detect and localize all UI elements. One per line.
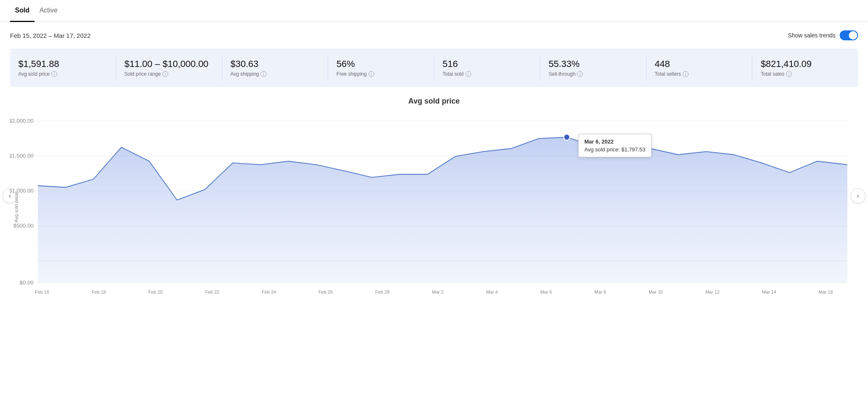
stat-item: $821,410.09 Total sales i	[752, 55, 858, 80]
stat-value: 448	[655, 59, 744, 69]
tab-active[interactable]: Active	[35, 0, 63, 22]
sales-trends-toggle-area: Show sales trends	[788, 30, 858, 40]
stat-label: Total sellers i	[655, 71, 744, 77]
stats-bar: $1,591.88 Avg sold price i $11.00 – $10,…	[10, 49, 858, 87]
x-axis-label: Mar 2	[432, 289, 444, 294]
svg-text:$500.00: $500.00	[13, 223, 33, 229]
stat-item: 448 Total sellers i	[647, 55, 753, 80]
tooltip-dot	[564, 134, 570, 141]
svg-text:$1,500.00: $1,500.00	[10, 153, 34, 159]
svg-text:$0.00: $0.00	[20, 279, 33, 286]
stat-label: Avg shipping i	[231, 71, 320, 77]
svg-text:$1,000.00: $1,000.00	[10, 188, 34, 194]
x-axis-label: Mar 6	[540, 289, 552, 294]
stat-item: 55.33% Sell-through i	[540, 55, 647, 80]
x-axis-label: Mar 8	[594, 289, 606, 294]
stat-value: $11.00 – $10,000.00	[124, 59, 214, 69]
tabs-container: Sold Active	[0, 0, 868, 22]
stat-item: $30.63 Avg shipping i	[222, 55, 328, 80]
x-axis-label: Mar 16	[819, 289, 833, 294]
tab-sold[interactable]: Sold	[10, 0, 35, 22]
x-axis-label: Feb 24	[262, 289, 276, 294]
chart-area: ‹ › Avg sold price Avg sold price $2,000…	[10, 97, 858, 294]
stat-value: 55.33%	[549, 59, 638, 69]
stat-value: $1,591.88	[18, 59, 107, 69]
x-axis-label: Feb 22	[205, 289, 219, 294]
x-axis-label: Feb 26	[318, 289, 333, 294]
info-icon[interactable]: i	[368, 71, 374, 77]
stat-label: Sell-through i	[549, 71, 638, 77]
stat-label: Sold price range i	[124, 71, 214, 77]
svg-text:$2,000.00: $2,000.00	[10, 118, 34, 124]
stat-value: $30.63	[231, 59, 320, 69]
header-bar: Feb 15, 2022 – Mar 17, 2022 Show sales t…	[0, 22, 868, 49]
stat-label: Free shipping i	[336, 71, 425, 77]
info-icon[interactable]: i	[577, 71, 583, 77]
x-axis-label: Mar 4	[486, 289, 498, 294]
chart-svg: Avg sold price $2,000.00 $1,500.00 $1,00…	[10, 112, 858, 287]
info-icon[interactable]: i	[51, 71, 57, 77]
stat-value: $821,410.09	[761, 59, 850, 69]
chart-container: Avg sold price $2,000.00 $1,500.00 $1,00…	[10, 112, 858, 287]
svg-marker-12	[38, 137, 847, 283]
info-icon[interactable]: i	[261, 71, 266, 77]
stat-value: 516	[443, 59, 532, 69]
x-axis-label: Mar 12	[705, 289, 719, 294]
info-icon[interactable]: i	[683, 71, 689, 77]
x-axis-label: Feb 18	[92, 289, 106, 294]
stat-item: 56% Free shipping i	[328, 55, 434, 80]
stat-value: 56%	[336, 59, 425, 69]
x-axis-label: Mar 10	[649, 289, 663, 294]
show-sales-trends-label: Show sales trends	[788, 32, 836, 39]
stat-label: Avg sold price i	[18, 71, 107, 77]
stat-label: Total sold i	[443, 71, 532, 77]
info-icon[interactable]: i	[786, 71, 792, 77]
x-axis-label: Feb 28	[375, 289, 389, 294]
x-axis-labels: Feb 16Feb 18Feb 20Feb 22Feb 24Feb 26Feb …	[10, 287, 858, 294]
svg-text:Avg sold price: Avg sold price	[14, 193, 19, 223]
x-axis-label: Feb 20	[148, 289, 162, 294]
stat-label: Total sales i	[761, 71, 850, 77]
x-axis-label: Mar 14	[762, 289, 776, 294]
sales-trends-toggle[interactable]	[840, 30, 858, 40]
info-icon[interactable]: i	[465, 71, 471, 77]
stat-item: $11.00 – $10,000.00 Sold price range i	[116, 55, 222, 80]
stat-item: $1,591.88 Avg sold price i	[10, 55, 116, 80]
chart-title: Avg sold price	[10, 97, 858, 106]
x-axis-label: Feb 16	[35, 289, 49, 294]
date-range: Feb 15, 2022 – Mar 17, 2022	[10, 32, 90, 39]
stat-item: 516 Total sold i	[434, 55, 540, 80]
info-icon[interactable]: i	[162, 71, 168, 77]
